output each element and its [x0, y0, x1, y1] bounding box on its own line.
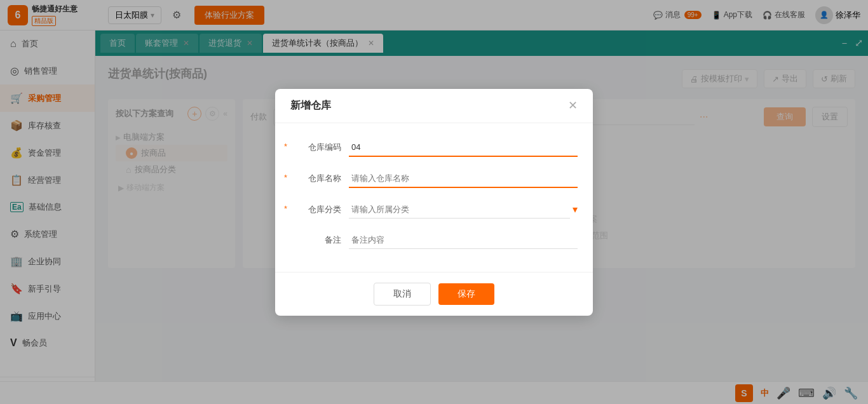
- modal-body: 仓库编码 仓库名称 仓库分类 ▾ 备注: [275, 123, 593, 272]
- warehouse-code-input[interactable]: [349, 138, 578, 157]
- warehouse-name-row: 仓库名称: [290, 170, 578, 188]
- category-dropdown-icon[interactable]: ▾: [573, 203, 578, 215]
- warehouse-note-label: 备注: [290, 234, 341, 246]
- warehouse-category-row: 仓库分类 ▾: [290, 201, 578, 219]
- modal-header: 新增仓库 ✕: [275, 89, 593, 123]
- modal-cancel-button[interactable]: 取消: [374, 283, 431, 306]
- warehouse-name-label: 仓库名称: [290, 173, 341, 184]
- modal-close-button[interactable]: ✕: [568, 100, 578, 111]
- warehouse-name-input[interactable]: [349, 170, 578, 188]
- add-warehouse-modal: 新增仓库 ✕ 仓库编码 仓库名称 仓库分类 ▾: [275, 89, 593, 316]
- warehouse-code-label: 仓库编码: [290, 142, 341, 153]
- warehouse-code-row: 仓库编码: [290, 138, 578, 157]
- modal-title: 新增仓库: [290, 99, 331, 112]
- modal-footer: 取消 保存: [275, 272, 593, 316]
- warehouse-category-wrap: ▾: [349, 201, 578, 219]
- modal-overlay: 新增仓库 ✕ 仓库编码 仓库名称 仓库分类 ▾: [0, 0, 868, 404]
- warehouse-category-input[interactable]: [349, 201, 570, 219]
- warehouse-note-row: 备注: [290, 231, 578, 249]
- warehouse-category-label: 仓库分类: [290, 204, 341, 215]
- modal-save-button[interactable]: 保存: [438, 283, 494, 305]
- warehouse-note-input[interactable]: [349, 231, 578, 249]
